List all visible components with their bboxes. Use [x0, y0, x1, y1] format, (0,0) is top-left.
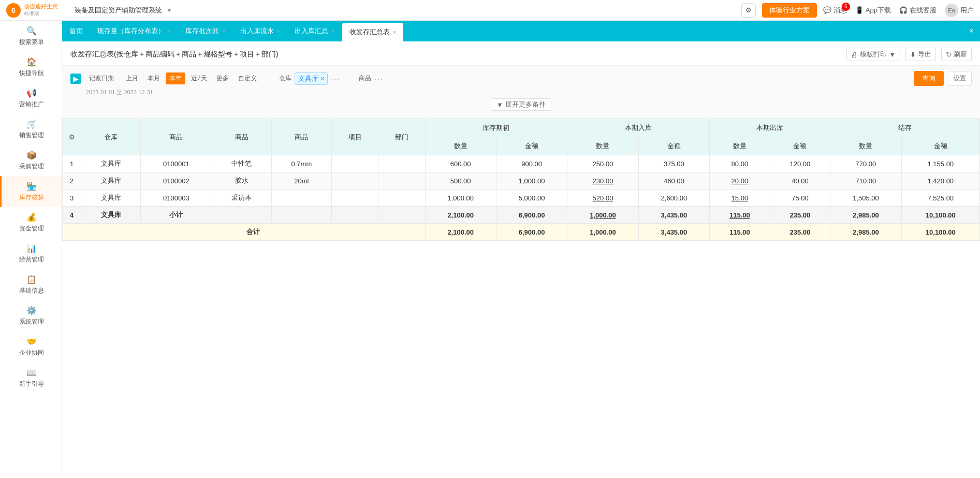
page-title: 收发存汇总表(按仓库＋商品编码＋商品＋规格型号＋项目＋部门): [70, 50, 278, 59]
row2-in-qty-link[interactable]: 230.00: [593, 177, 613, 185]
settings-button[interactable]: ⚙: [741, 3, 756, 18]
subtotal-out-qty-link[interactable]: 115.00: [729, 211, 750, 219]
sidebar-item-purchase[interactable]: 📦 采购管理: [0, 145, 62, 176]
refresh-label: 刷新: [954, 50, 967, 59]
subtotal-in-qty-link[interactable]: 1,000.00: [590, 211, 616, 219]
goods-more-icon[interactable]: ···: [374, 75, 384, 83]
date-btn-this-month[interactable]: 本月: [144, 73, 164, 84]
sidebar-label-search: 搜索菜单: [19, 38, 44, 47]
tab-home[interactable]: 首页: [62, 21, 90, 41]
table-settings-icon[interactable]: ⚙: [69, 133, 75, 141]
warehouse-more-icon[interactable]: ···: [331, 75, 340, 83]
date-btn-this-year[interactable]: 本年: [166, 73, 185, 84]
row3-out-qty[interactable]: 15.00: [710, 190, 770, 207]
row3-out-qty-link[interactable]: 15.00: [732, 194, 749, 202]
tab-inout-flow-close[interactable]: ×: [277, 28, 280, 34]
subtotal-opening-amt: 6,900.00: [496, 207, 567, 224]
subtotal-project: [332, 207, 378, 224]
subtotal-in-qty[interactable]: 1,000.00: [567, 207, 638, 224]
purchase-icon: 📦: [26, 150, 37, 160]
row2-closing-amt: 1,420.00: [901, 172, 979, 190]
set-button[interactable]: 设置: [948, 71, 972, 86]
expand-icon: ▼: [496, 101, 503, 109]
sidebar-item-quick-nav[interactable]: 🏠 快捷导航: [0, 52, 62, 83]
system-title-dropdown-icon[interactable]: ▼: [166, 7, 172, 14]
sidebar-item-marketing[interactable]: 📢 营销推广: [0, 83, 62, 114]
col-group-out: 本期出库: [710, 119, 830, 137]
table-settings-cell[interactable]: ⚙: [63, 119, 81, 155]
row2-out-qty[interactable]: 20.00: [710, 172, 770, 190]
messages-button[interactable]: 💬 消息 6: [823, 6, 847, 15]
tab-recv-send-close[interactable]: ×: [393, 29, 396, 35]
online-service-button[interactable]: 🎧 在线客服: [899, 6, 937, 15]
expand-label: 展开更多条件: [505, 100, 546, 109]
row1-out-qty[interactable]: 80.00: [710, 155, 770, 172]
sidebar-item-inventory[interactable]: 🏪 库存核算: [0, 176, 62, 207]
tab-recv-send-label: 收发存汇总表: [349, 27, 390, 37]
row3-opening-amt: 5,000.00: [496, 190, 567, 207]
print-button[interactable]: 🖨 模板打印 ▼: [846, 48, 900, 61]
user-button[interactable]: Ea 用户: [945, 4, 974, 17]
print-label: 模板打印: [860, 50, 887, 59]
tab-batch-close[interactable]: ×: [222, 28, 225, 34]
page-header-actions: 🖨 模板打印 ▼ ⬇ 导出 ↻ 刷新: [846, 48, 972, 61]
date-btn-custom[interactable]: 自定义: [235, 73, 260, 84]
sidebar-item-system[interactable]: ⚙️ 系统管理: [0, 300, 62, 331]
col-group-opening: 库存期初: [425, 119, 567, 137]
sidebar-item-enterprise[interactable]: 🤝 企业协同: [0, 331, 62, 363]
date-btn-7days[interactable]: 近7天: [187, 73, 211, 84]
total-out-qty: 115.00: [710, 224, 770, 241]
row1-out-qty-link[interactable]: 80.00: [732, 160, 749, 168]
messages-badge: 6: [842, 3, 850, 11]
tab-recv-send[interactable]: 收发存汇总表 ×: [342, 23, 403, 41]
col-header-dept: 部门: [378, 119, 425, 155]
tab-home-label: 首页: [69, 26, 83, 36]
row2-in-qty[interactable]: 230.00: [567, 172, 638, 190]
tab-bar-close-button[interactable]: ×: [963, 26, 980, 36]
export-button[interactable]: ⬇ 导出: [905, 48, 936, 61]
col-header-goods-name: 商品: [212, 119, 271, 155]
subtotal-out-amt: 235.00: [770, 207, 830, 224]
sidebar-item-operation[interactable]: 📊 经营管理: [0, 238, 62, 269]
row1-goods-name: 中性笔: [212, 155, 271, 172]
row1-in-qty[interactable]: 250.00: [567, 155, 638, 172]
tab-inout-summary[interactable]: 出入库汇总 ×: [287, 21, 342, 41]
app-download-button[interactable]: 📱 App下载: [855, 6, 891, 15]
sidebar-item-sales[interactable]: 🛒 销售管理: [0, 114, 62, 145]
tab-bar: 首页 现存量（库存分布表） × 库存批次账 × 出入库流水 × 出入库汇总 × …: [62, 21, 980, 41]
filter-arrow-icon[interactable]: ▶: [70, 74, 81, 84]
search-button[interactable]: 查询: [914, 71, 944, 86]
data-table: ⚙ 仓库 商品 商品 商品 项目 部门 库存期初 本期入库 本期出库 结存: [62, 119, 980, 241]
subtotal-opening-qty: 2,100.00: [425, 207, 496, 224]
refresh-button[interactable]: ↻ 刷新: [941, 48, 972, 61]
row2-out-qty-link[interactable]: 20.00: [732, 177, 749, 185]
tab-inventory-dist[interactable]: 现存量（库存分布表） ×: [90, 21, 178, 41]
filter-toggle-btn[interactable]: ▶: [70, 74, 81, 84]
warehouse-tag: 文具库 ×: [295, 73, 328, 85]
goods-label: 商品: [359, 74, 371, 83]
row3-in-qty[interactable]: 520.00: [567, 190, 638, 207]
sidebar-item-basic[interactable]: 📋 基础信息: [0, 269, 62, 300]
subtotal-out-qty[interactable]: 115.00: [710, 207, 770, 224]
sidebar-item-guide[interactable]: 📖 新手引导: [0, 363, 62, 394]
warehouse-tag-close-icon[interactable]: ×: [320, 75, 325, 82]
tab-batch[interactable]: 库存批次账 ×: [178, 21, 232, 41]
tab-inventory-dist-close[interactable]: ×: [168, 28, 171, 34]
row3-closing-qty: 1,505.00: [830, 190, 901, 207]
total-in-qty: 1,000.00: [567, 224, 638, 241]
subtotal-row: 4 文具库 小计 2,100.00 6,900.00 1,000.00 3,43…: [63, 207, 980, 224]
date-btn-last-month[interactable]: 上月: [122, 73, 142, 84]
sidebar-item-search[interactable]: 🔍 搜索菜单: [0, 21, 62, 52]
tab-inout-flow[interactable]: 出入库流水 ×: [233, 21, 287, 41]
date-btn-more[interactable]: 更多: [213, 73, 232, 84]
row2-goods-code: 0100002: [141, 172, 212, 190]
row1-in-qty-link[interactable]: 250.00: [593, 160, 613, 168]
tab-inout-summary-close[interactable]: ×: [331, 28, 334, 34]
total-opening-amt: 6,900.00: [496, 224, 567, 241]
row3-in-qty-link[interactable]: 520.00: [593, 194, 613, 202]
row1-goods-code: 0100001: [141, 155, 212, 172]
sidebar-item-finance[interactable]: 💰 资金管理: [0, 207, 62, 238]
expand-conditions-button[interactable]: ▼ 展开更多条件: [491, 98, 551, 111]
trial-button[interactable]: 体验行业方案: [762, 3, 817, 18]
col-out-amt: 金额: [770, 137, 830, 155]
